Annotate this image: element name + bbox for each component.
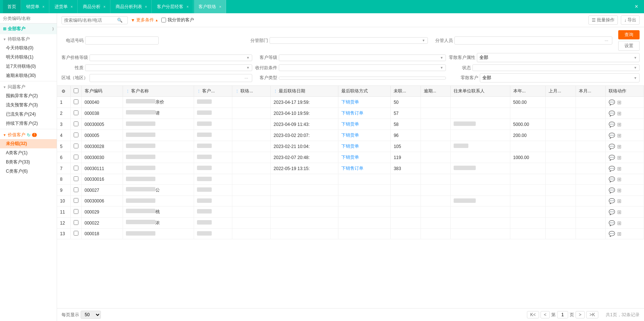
action-chat-icon[interactable]: 💬 (609, 155, 615, 160)
filter-customer-type-select[interactable] (279, 77, 446, 80)
sidebar-item-churn-warning[interactable]: 流失预警客户(3) (0, 100, 57, 110)
nav-tab-home[interactable]: 首页 (3, 0, 21, 13)
action-chat-icon[interactable]: 💬 (609, 110, 615, 116)
row-checkbox[interactable] (74, 144, 78, 148)
refresh-icon[interactable]: ↻ (27, 133, 31, 138)
action-chat-icon[interactable]: 💬 (609, 176, 615, 182)
action-chat-icon[interactable]: 💬 (609, 209, 615, 215)
th-type-resize[interactable]: ⋮ (197, 89, 201, 93)
sidebar-item-ungroup[interactable]: 未分组(32) (0, 139, 57, 148)
action-chat-icon[interactable]: 💬 (609, 133, 615, 138)
last-method-link[interactable]: 下销货单 (341, 133, 359, 138)
sidebar-item-c-class[interactable]: C类客户(6) (0, 167, 57, 176)
filter-phone-input[interactable] (85, 36, 159, 45)
nav-tab-sales[interactable]: 销货单 × (22, 0, 49, 13)
th-last-date-resize[interactable]: ⋮ (274, 89, 277, 93)
action-grid-icon[interactable]: ⊞ (617, 209, 622, 215)
sidebar-all-customers[interactable]: ⊞ 全部客户 ⟩ (0, 24, 57, 34)
row-checkbox[interactable] (74, 99, 78, 104)
filter-payment-select[interactable]: ▼ (279, 64, 446, 71)
last-method-link[interactable]: 下销货单 (341, 99, 359, 105)
action-grid-icon[interactable]: ⊞ (617, 133, 622, 138)
sidebar-collapse-icon[interactable]: ⟩ (52, 27, 54, 31)
filter-region-dots[interactable]: ··· (243, 75, 250, 81)
th-name-resize[interactable]: ⋮ (126, 89, 130, 93)
next-page-btn[interactable]: > (576, 311, 585, 318)
filter-more-btn[interactable]: ▼ 更多条件 ▲ (131, 17, 158, 23)
nav-tab-goods-analysis[interactable]: 商品分析 × (78, 0, 110, 13)
row-checkbox[interactable] (74, 121, 78, 126)
nav-tab-customer-tier[interactable]: 客户分层经客 × (152, 0, 193, 13)
last-method-link[interactable]: 下销货单 (341, 121, 359, 127)
row-checkbox[interactable] (74, 220, 78, 225)
filter-gender-select[interactable]: ▼ (85, 64, 252, 71)
sidebar-search-input[interactable] (3, 16, 57, 21)
row-checkbox[interactable] (74, 198, 78, 203)
nav-tab-customer-contact[interactable]: 客户联络 × (194, 0, 226, 13)
row-checkbox[interactable] (74, 110, 78, 115)
nav-window-close[interactable]: × (632, 2, 641, 11)
filter-dept-select[interactable]: ▼ (270, 37, 427, 44)
action-grid-icon[interactable]: ⊞ (617, 155, 622, 160)
last-method-link[interactable]: 下销售订单 (341, 166, 363, 171)
action-grid-icon[interactable]: ⊞ (617, 99, 622, 105)
action-grid-icon[interactable]: ⊞ (617, 176, 622, 182)
nav-tab-customer-contact-close[interactable]: × (219, 5, 221, 9)
nav-tab-goods-list[interactable]: 商品分析列表 × (111, 0, 152, 13)
filter-region-select[interactable]: ··· (89, 74, 252, 82)
last-method-link[interactable]: 下销货单 (341, 155, 359, 160)
last-method-link[interactable]: 下销售订单 (341, 110, 363, 116)
sidebar-item-a-class[interactable]: A类客户(1) (0, 148, 57, 158)
reset-btn[interactable]: 设置 (618, 41, 640, 51)
action-chat-icon[interactable]: 💬 (609, 99, 615, 105)
filter-customer-level-select[interactable]: ▼ (279, 54, 446, 61)
filter-status-select[interactable]: ▼ (472, 64, 640, 71)
action-chat-icon[interactable]: 💬 (609, 231, 615, 237)
filter-person-dots[interactable]: ··· (603, 38, 610, 43)
query-btn[interactable]: 查询 (618, 30, 640, 39)
sidebar-waiting-group[interactable]: ▼ 待联络客户 (0, 34, 57, 43)
action-grid-icon[interactable]: ⊞ (617, 144, 622, 149)
row-checkbox[interactable] (74, 209, 78, 214)
sidebar-item-churned[interactable]: 已流失客户(24) (0, 110, 57, 119)
nav-tab-goods-list-close[interactable]: × (145, 5, 147, 9)
nav-tab-goods-analysis-close[interactable]: × (103, 5, 106, 9)
filter-person-select[interactable]: ··· (454, 36, 612, 45)
toolbar-search-icon[interactable]: 🔍 (117, 18, 123, 23)
row-checkbox[interactable] (74, 187, 78, 192)
sidebar-item-declining[interactable]: 持续下滑客户(2) (0, 119, 57, 128)
nav-tab-customer-tier-close[interactable]: × (186, 5, 189, 9)
my-customers-checkbox[interactable] (161, 18, 166, 22)
sidebar-item-7days[interactable]: 近7天待联络(0) (0, 62, 57, 71)
last-method-link[interactable]: 下销货单 (341, 144, 359, 149)
action-grid-icon[interactable]: ⊞ (617, 220, 622, 226)
action-chat-icon[interactable]: 💬 (609, 166, 615, 172)
action-grid-icon[interactable]: ⊞ (617, 231, 622, 237)
row-checkbox[interactable] (74, 133, 78, 137)
page-size-select[interactable]: 50 100 200 (81, 311, 101, 319)
action-chat-icon[interactable]: 💬 (609, 220, 615, 226)
sidebar-item-b-class[interactable]: B类客户(33) (0, 158, 57, 167)
th-contact-resize[interactable]: ⋮ (235, 89, 239, 93)
prev-page-btn[interactable]: < (541, 311, 550, 318)
nav-tab-sales-close[interactable]: × (42, 5, 45, 9)
row-checkbox[interactable] (74, 176, 78, 181)
table-select-all[interactable] (74, 88, 78, 93)
filter-retail-customer-select[interactable]: 全部 ▼ (480, 73, 640, 82)
th-settings[interactable]: ⚙ (57, 86, 70, 97)
action-chat-icon[interactable]: 💬 (609, 121, 615, 127)
export-btn[interactable]: ↓ 导出 (621, 15, 640, 25)
action-grid-icon[interactable]: ⊞ (617, 198, 622, 204)
filter-price-level-select[interactable]: ▼ (89, 54, 252, 61)
sidebar-problem-group[interactable]: ▼ 问题客户 (0, 82, 57, 91)
row-checkbox[interactable] (74, 231, 78, 236)
toolbar-search-input[interactable] (64, 18, 116, 23)
sidebar-item-abnormal[interactable]: 囤购异常客户(2) (0, 91, 57, 100)
action-chat-icon[interactable]: 💬 (609, 187, 615, 193)
row-checkbox[interactable] (74, 166, 78, 170)
nav-tab-purchase-close[interactable]: × (71, 5, 73, 9)
sidebar-item-overdue[interactable]: 逾期未联络(30) (0, 71, 57, 80)
sidebar-item-today[interactable]: 今天待联络(0) (0, 43, 57, 53)
action-chat-icon[interactable]: 💬 (609, 198, 615, 204)
last-page-btn[interactable]: >K (586, 311, 598, 318)
